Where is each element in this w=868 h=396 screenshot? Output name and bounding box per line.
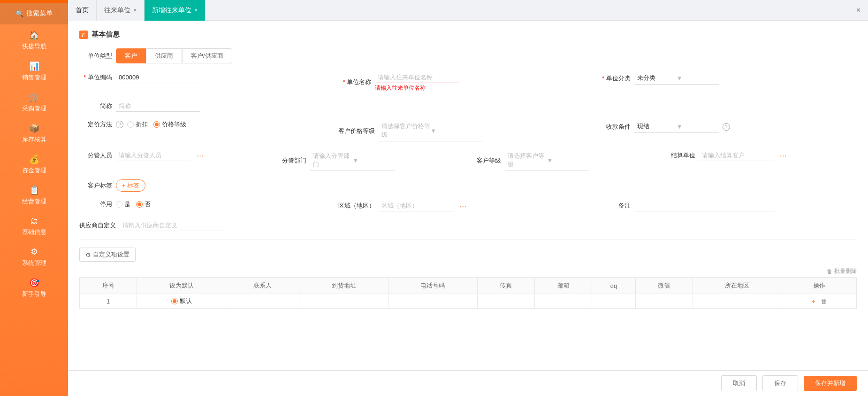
payment-terms-value: 现结 (637, 122, 677, 131)
sidebar-item-purchase[interactable]: 🛒 采购管理 (0, 86, 68, 117)
add-tag-btn[interactable]: + 标签 (116, 179, 145, 192)
customer-price-chevron: ▼ (430, 127, 479, 134)
table-header-row: 序号 设为默认 联系人 到货地址 电话号码 传真 邮箱 qq 微信 所在地区 操… (80, 278, 857, 294)
sidebar-item-sales[interactable]: 📊 销售管理 (0, 55, 68, 86)
save-button[interactable]: 保存 (762, 375, 798, 391)
sidebar-item-finance[interactable]: 💰 资金管理 (0, 148, 68, 179)
batch-delete-btn[interactable]: 🗑 批量删除 (827, 267, 857, 275)
custom-settings-btn[interactable]: ⚙ 自定义项设置 (79, 248, 136, 262)
supplier-custom-input[interactable] (120, 220, 223, 231)
sidebar-item-label: 新手引导 (22, 290, 46, 298)
sidebar-item-label: 销售管理 (22, 73, 46, 82)
disable-group: 停用 是 否 (79, 200, 338, 209)
department-select[interactable]: 请输入分管部门 ▼ (310, 150, 395, 171)
close-all-tabs[interactable]: × (856, 6, 868, 15)
radio-price-level[interactable]: 价格等级 (153, 120, 186, 129)
col-action: 操作 (782, 278, 856, 294)
search-menu-item[interactable]: 🔍 搜索菜单 (0, 3, 68, 24)
type-btn-supplier[interactable]: 供应商 (146, 48, 182, 63)
short-name-label: 简称 (79, 102, 112, 110)
type-btn-both[interactable]: 客户/供应商 (182, 48, 232, 63)
region-more-btn[interactable]: ··· (457, 202, 468, 210)
sidebar-item-guide[interactable]: 🎯 新手引导 (0, 272, 68, 303)
customer-level-group: 客户等级 请选择客户等级 ▼ (468, 150, 662, 171)
unit-category-select[interactable]: 未分类 ▼ (634, 72, 719, 85)
unit-name-group: 单位名称 请输入往来单位名称 (338, 72, 597, 92)
row-delete-btn[interactable]: 🗑 (821, 298, 827, 305)
radio-price-level-circle (153, 121, 160, 128)
main-area: 首页 往来单位 × 新增往来单位 × × F 基本信息 单位类型 客户 供应商 … (68, 0, 868, 396)
batch-delete-icon: 🗑 (827, 268, 832, 275)
customer-level-placeholder: 请选择客户等级 (508, 152, 547, 169)
unit-type-row: 单位类型 客户 供应商 客户/供应商 (79, 48, 857, 63)
sidebar-item-inventory[interactable]: 📦 库存核算 (0, 117, 68, 148)
manager-row: 分管人员 ··· 分管部门 请输入分管部门 ▼ 客户等级 请选择客户等级 ▼ 结… (79, 150, 857, 171)
sidebar: 🔍 搜索菜单 🏠 快捷导航 📊 销售管理 🛒 采购管理 📦 库存核算 💰 资金管… (0, 0, 68, 396)
sidebar-item-quick-nav[interactable]: 🏠 快捷导航 (0, 24, 68, 55)
unit-code-group: 单位编码 (79, 72, 338, 83)
row-default-radio[interactable]: 默认 (171, 297, 192, 305)
department-chevron: ▼ (352, 157, 392, 164)
customer-price-select[interactable]: 请选择客户价格等级 ▼ (379, 120, 482, 141)
disable-row: 停用 是 否 区域（地区） ··· 备注 (79, 200, 857, 211)
pricing-method-group: 定价方法 ? 折扣 价格等级 (79, 120, 338, 129)
remark-input[interactable] (634, 200, 775, 211)
sidebar-item-label: 快捷导航 (22, 42, 46, 51)
radio-no[interactable]: 否 (136, 200, 151, 209)
type-btn-customer[interactable]: 客户 (116, 48, 146, 63)
supplier-custom-label: 供应商自定义 (79, 221, 116, 230)
unit-name-input[interactable] (375, 72, 459, 83)
cancel-button[interactable]: 取消 (721, 375, 757, 391)
unit-code-row: 单位编码 单位名称 请输入往来单位名称 单位分类 未分类 ▼ (79, 72, 857, 92)
sidebar-item-basic-info[interactable]: 🗂 基础信息 (0, 210, 68, 241)
batch-delete-wrapper: 🗑 批量删除 (79, 267, 857, 275)
gear-icon: ⚙ (30, 247, 38, 257)
sidebar-item-label: 经营管理 (22, 197, 46, 206)
gear-settings-icon: ⚙ (85, 251, 91, 258)
content-area: F 基本信息 单位类型 客户 供应商 客户/供应商 单位编码 单位名称 (68, 21, 868, 370)
sidebar-item-label: 基础信息 (22, 228, 46, 236)
settlement-more-btn[interactable]: ··· (778, 151, 789, 160)
manager-more-btn[interactable]: ··· (195, 151, 206, 160)
row-add-btn[interactable]: + (812, 298, 815, 305)
department-placeholder: 请输入分管部门 (313, 152, 352, 169)
close-new-contact-tab[interactable]: × (194, 7, 198, 14)
unit-name-error: 请输入往来单位名称 (375, 84, 459, 92)
section-icon: F (79, 31, 88, 39)
close-contacts-tab[interactable]: × (133, 7, 137, 14)
pricing-help-icon[interactable]: ? (116, 121, 123, 128)
radio-discount-label: 折扣 (136, 120, 148, 129)
radio-yes[interactable]: 是 (116, 200, 130, 209)
tag-label: 客户标签 (79, 181, 112, 190)
tab-home[interactable]: 首页 (68, 0, 97, 21)
pricing-radio-group: 折扣 价格等级 (127, 120, 186, 129)
disable-label: 停用 (79, 200, 112, 209)
tab-contacts[interactable]: 往来单位 × (97, 0, 145, 21)
section-title: 基本信息 (91, 30, 120, 39)
save-new-button[interactable]: 保存并新增 (804, 376, 857, 391)
unit-name-label: 单位名称 (338, 78, 371, 86)
col-region: 所在地区 (693, 278, 782, 294)
payment-terms-select[interactable]: 现结 ▼ (634, 120, 719, 133)
settlement-input[interactable] (699, 150, 774, 161)
col-phone: 电话号码 (388, 278, 478, 294)
sidebar-item-system[interactable]: ⚙ 系统管理 (0, 241, 68, 272)
disable-radio-group: 是 否 (116, 200, 151, 209)
radio-no-circle (136, 201, 143, 208)
region-input[interactable] (379, 200, 454, 211)
unit-code-input[interactable] (116, 72, 200, 83)
customer-level-chevron: ▼ (547, 157, 586, 164)
payment-help-icon[interactable]: ? (723, 123, 730, 131)
customer-level-select[interactable]: 请选择客户等级 ▼ (505, 150, 589, 171)
row-address (299, 294, 388, 309)
sidebar-item-operations[interactable]: 📋 经营管理 (0, 179, 68, 210)
short-name-input[interactable] (116, 101, 200, 112)
clipboard-icon: 📋 (29, 185, 39, 195)
search-icon: 🔍 (15, 10, 23, 17)
home-icon: 🏠 (29, 30, 39, 40)
manager-input[interactable] (116, 150, 191, 161)
radio-discount[interactable]: 折扣 (127, 120, 148, 129)
col-wechat: 微信 (635, 278, 693, 294)
tab-new-contact[interactable]: 新增往来单位 × (145, 0, 206, 21)
manager-label: 分管人员 (79, 151, 112, 160)
